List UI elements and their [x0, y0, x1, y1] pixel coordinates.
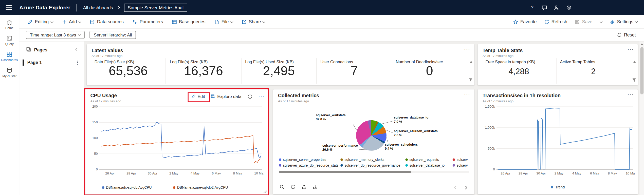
file-label: File: [222, 19, 229, 24]
user-settings-icon[interactable]: [553, 4, 560, 11]
refresh-button[interactable]: Refresh: [544, 19, 567, 24]
card-more-icon[interactable]: ···: [628, 46, 634, 52]
editing-menu-button[interactable]: Editing: [28, 19, 53, 24]
scroll-up-icon[interactable]: [641, 43, 643, 45]
metric-tile: Number of Deadlocks/sec 0: [392, 58, 467, 84]
download-icon[interactable]: [311, 183, 319, 190]
parameters-button[interactable]: Parameters: [132, 19, 163, 24]
refresh-tile-icon[interactable]: [247, 94, 253, 99]
page-previous-icon[interactable]: [454, 185, 457, 189]
legend-dot: [279, 164, 281, 167]
filter-funnel-icon[interactable]: [469, 78, 473, 82]
legend-item[interactable]: DBName:azure-sql-db2:AvgCPU: [173, 185, 228, 189]
resize-handle[interactable]: [263, 190, 267, 193]
share-menu-button[interactable]: Share: [242, 19, 265, 24]
dashboard-name-input[interactable]: Sample Server Metrics Anal: [124, 4, 187, 12]
star-icon: [513, 19, 518, 24]
card-more-icon[interactable]: ···: [464, 46, 470, 52]
legend-label: sqlserver_azure_db_resource_stats: [283, 163, 339, 167]
settings-button[interactable]: Settings: [610, 19, 637, 24]
chart-legend: Trend: [478, 185, 638, 189]
card-more-icon[interactable]: ···: [628, 91, 634, 97]
add-button[interactable]: Add: [61, 19, 81, 24]
legend-item[interactable]: sqlserver_db_resource_governance: [340, 163, 400, 167]
edit-tile-button[interactable]: Edit: [191, 94, 205, 99]
help-icon[interactable]: ?: [529, 4, 536, 11]
sidebar-item-dashboards[interactable]: Dashboards: [1, 51, 18, 62]
legend-horizontal-scrollbar[interactable]: [279, 171, 469, 173]
sidebar-item-home[interactable]: Home: [5, 19, 13, 30]
scrollbar-thumb[interactable]: [279, 171, 411, 173]
save-split-chevron-icon[interactable]: [600, 20, 602, 23]
explore-data-icon: [211, 94, 215, 99]
page-next-icon[interactable]: [465, 185, 468, 189]
search-icon[interactable]: [278, 183, 285, 190]
metric-label: Active Temp Tables: [560, 60, 627, 64]
legend-dot: [340, 159, 343, 161]
legend-item[interactable]: DBName:adx-sql-db:AvgCPU: [102, 185, 152, 189]
legend-dot: [405, 164, 408, 167]
base-queries-button[interactable]: Base queries: [172, 19, 205, 24]
metric-tile: Log File(s) Used Size (KB) 2,495: [241, 58, 316, 84]
app-title: Azure Data Explorer: [19, 5, 70, 11]
scroll-up-icon[interactable]: [470, 61, 472, 63]
callout-name: sqlserver_waitstats: [316, 113, 345, 117]
scroll-up-icon[interactable]: [633, 61, 636, 63]
time-range-label: Time range: Last 3 days: [30, 32, 76, 37]
filter-funnel-icon[interactable]: [632, 78, 636, 82]
sidebar-item-my-cluster[interactable]: My cluster: [3, 67, 16, 78]
legend-label: sqlserver_db_resource_governance: [345, 163, 400, 167]
feedback-icon[interactable]: [541, 4, 548, 11]
sidebar-item-query[interactable]: Query: [5, 35, 14, 46]
chevron-down-icon: [50, 20, 53, 23]
card-more-icon[interactable]: ···: [464, 91, 470, 97]
divider: [596, 19, 597, 25]
chevron-left-icon: [76, 48, 78, 51]
export-up-icon[interactable]: [300, 183, 308, 190]
legend-dot: [551, 186, 553, 188]
pages-panel-title: Pages: [34, 47, 48, 52]
metric-value: 2: [556, 67, 631, 76]
scrollbar-thumb[interactable]: [640, 47, 643, 94]
breadcrumb-all-dashboards[interactable]: All dashboards: [83, 5, 113, 10]
card-more-icon[interactable]: ···: [258, 93, 264, 99]
legend-item[interactable]: sqlserver_requests: [405, 158, 439, 162]
save-button[interactable]: Save: [575, 19, 592, 24]
page-item-page-1[interactable]: Page 1 ⋮: [19, 57, 84, 68]
share-label: Share: [249, 19, 261, 24]
collapse-panel-button[interactable]: [75, 48, 79, 51]
legend-item[interactable]: sqlserv: [453, 158, 468, 162]
reset-button[interactable]: Reset: [617, 32, 636, 37]
chevron-down-icon: [79, 20, 81, 23]
settings-gear-icon[interactable]: [565, 4, 573, 11]
time-range-filter[interactable]: Time range: Last 3 days: [26, 31, 85, 39]
favorite-button[interactable]: Favorite: [513, 19, 537, 24]
legend-item[interactable]: sqlserver_azure_db_resource_stats: [279, 163, 338, 167]
svg-text:8 May: 8 May: [608, 171, 617, 175]
server-hierarchy-filter[interactable]: ServerHierarchy: All: [90, 31, 136, 39]
dashboards-icon: [6, 51, 13, 57]
tile-tools: [278, 183, 319, 190]
callout-percent: 7.0 %: [394, 120, 428, 124]
pages-icon: [26, 47, 31, 52]
legend-label[interactable]: Trend: [555, 185, 565, 189]
legend-item[interactable]: sqlserver_database_io: [405, 163, 445, 167]
page-scrollbar[interactable]: [639, 42, 644, 195]
sidebar-item-label: My cluster: [3, 74, 16, 78]
database-icon: [90, 19, 95, 24]
refresh-icon[interactable]: [289, 183, 297, 190]
metric-value: 65,536: [91, 64, 166, 78]
data-sources-button[interactable]: Data sources: [90, 19, 124, 24]
legend-item[interactable]: sqlserver_server_properties: [279, 158, 326, 162]
explore-data-button[interactable]: Explore data: [211, 94, 241, 99]
legend-item[interactable]: sqlserver_memory_clerks: [340, 158, 384, 162]
temp-table-stats-card: Temp Table Stats As of 17 minutes ago ··…: [478, 44, 638, 85]
legend-item[interactable]: sqlserv: [453, 163, 468, 167]
cluster-icon: [6, 67, 13, 73]
hamburger-menu-icon[interactable]: [6, 5, 12, 10]
page-options-icon[interactable]: ⋮: [75, 60, 80, 65]
metric-label: Data File(s) Size (KB): [95, 60, 162, 64]
transactions-chart: 0500k1,000k1,500k26 Apr28 Apr30 Apr2 May…: [480, 103, 635, 175]
file-menu-button[interactable]: File: [214, 19, 233, 24]
pencil-icon: [191, 94, 196, 99]
